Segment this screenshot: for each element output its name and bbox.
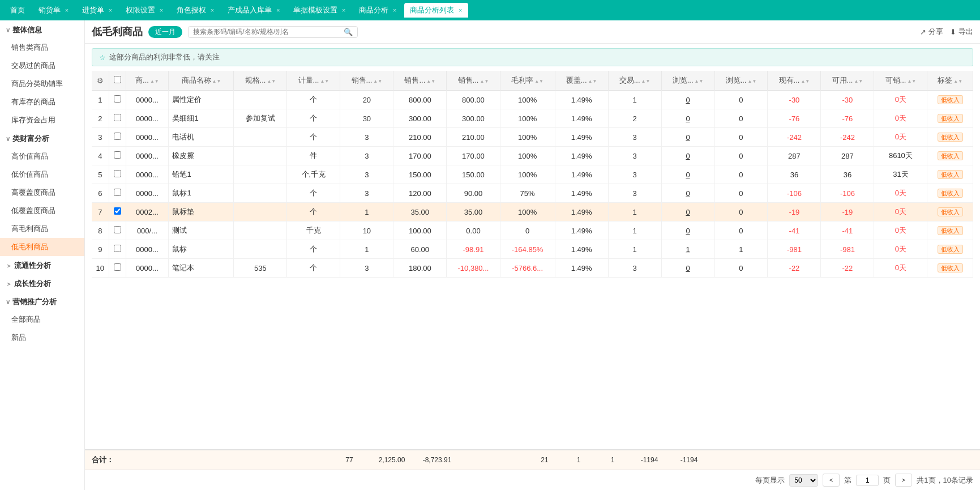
row-select-checkbox[interactable] [114,245,121,252]
row-saleable: 0天 [874,128,927,147]
close-icon[interactable]: × [65,7,69,14]
row-views1[interactable]: 0 [661,91,714,109]
row-spec [234,221,287,240]
row-checkbox[interactable] [109,91,126,109]
row-views1[interactable]: 0 [661,165,714,184]
search-icon[interactable]: 🔍 [344,28,353,36]
row-checkbox[interactable] [109,165,126,184]
nav-sales-order[interactable]: 销货单 × [33,3,74,18]
sidebar-item-low-value[interactable]: 低价值商品 [0,165,84,184]
close-icon[interactable]: × [160,7,163,14]
row-checkbox[interactable] [109,128,126,147]
row-tag: 低收入 [927,184,973,203]
per-page-select[interactable]: 50 20 100 [789,474,818,487]
sidebar-group-marketing[interactable]: ∨ 营销推广分析 [0,292,84,310]
sidebar-item-low-margin[interactable]: 低毛利商品 [0,238,84,256]
row-checkbox[interactable] [109,147,126,165]
sidebar-item-sales-products[interactable]: 销售类商品 [0,39,84,57]
row-select-checkbox[interactable] [114,133,121,140]
sidebar-item-high-coverage[interactable]: 高覆盖度商品 [0,184,84,202]
tag-badge: 低收入 [938,95,963,104]
nav-permission-settings[interactable]: 权限设置 × [120,3,169,18]
close-icon[interactable]: × [342,7,345,14]
sidebar-item-all-products[interactable]: 全部商品 [0,310,84,329]
sidebar-item-traded-products[interactable]: 交易过的商品 [0,57,84,75]
row-views1[interactable]: 0 [661,109,714,128]
row-views1[interactable]: 0 [661,128,714,147]
search-input[interactable] [193,28,344,36]
close-icon[interactable]: × [393,7,396,14]
row-sales-amount: -10,380... [447,259,500,278]
col-checkbox[interactable] [109,71,126,91]
prev-page-button[interactable]: ＜ [823,474,840,487]
sidebar-item-stock-capital[interactable]: 库存资金占用 [0,111,84,129]
row-transactions: 3 [608,147,661,165]
sidebar-item-in-stock[interactable]: 有库存的商品 [0,93,84,111]
row-select-checkbox[interactable] [114,114,121,121]
next-page-button[interactable]: ＞ [895,474,912,487]
row-views1[interactable]: 1 [661,240,714,259]
sidebar-item-low-coverage[interactable]: 低覆盖度商品 [0,202,84,220]
row-coverage: 1.49% [555,147,608,165]
row-views1[interactable]: 0 [661,184,714,203]
row-select-checkbox[interactable] [114,263,121,271]
sidebar-item-category-assist[interactable]: 商品分类助销率 [0,75,84,93]
row-select-checkbox[interactable] [114,151,121,159]
row-select-checkbox[interactable] [114,226,121,233]
row-sales-qty: 3 [340,259,393,278]
nav-template-settings[interactable]: 单据模板设置 × [288,3,351,18]
sidebar-group-growth[interactable]: ＞ 成长性分析 [0,274,84,292]
row-unit: 个 [287,203,340,221]
page-input[interactable] [856,475,879,486]
row-checkbox[interactable] [109,203,126,221]
row-select-checkbox[interactable] [114,170,121,177]
row-views1[interactable]: 0 [661,147,714,165]
col-unit: 计量...▲▼ [287,71,340,91]
sidebar-item-new-products[interactable]: 新品 [0,329,84,347]
export-button[interactable]: ⬇ 导出 [950,27,973,37]
row-gross-margin: 0 [500,221,555,240]
share-button[interactable]: ↗ 分享 [920,27,943,37]
row-checkbox[interactable] [109,109,126,128]
sidebar-group-circulation[interactable]: ＞ 流通性分析 [0,256,84,274]
row-views1[interactable]: 0 [661,203,714,221]
row-select-checkbox[interactable] [114,189,121,196]
footer-saleable [709,455,743,465]
row-checkbox[interactable] [109,259,126,278]
row-select-checkbox[interactable] [114,95,121,103]
row-available: 287 [821,147,874,165]
table-row: 6 0000... 鼠标1 个 3 120.00 90.00 75% 1.49%… [92,184,973,203]
row-select-checkbox[interactable] [114,207,121,215]
row-views1[interactable]: 0 [661,259,714,278]
nav-home[interactable]: 首页 [5,3,31,18]
nav-product-analysis[interactable]: 商品分析 × [353,3,402,18]
sidebar-group-overall[interactable]: ∨ 整体信息 [0,20,84,39]
date-filter-button[interactable]: 近一月 [148,26,182,38]
sort-icons: ▲▼ [801,79,810,84]
row-coverage: 1.49% [555,259,608,278]
nav-product-entry[interactable]: 产成品入库单 × [222,3,285,18]
row-code: 0000... [126,165,169,184]
row-views2: 0 [714,259,768,278]
table-row: 9 0000... 鼠标 个 1 60.00 -98.91 -164.85% 1… [92,240,973,259]
row-checkbox[interactable] [109,240,126,259]
footer-cells: 77 2,125.00 -8,723.91 21 1 1 -1194 -1194 [126,455,973,465]
close-icon[interactable]: × [109,7,112,14]
nav-product-analysis-list[interactable]: 商品分析列表 × [404,3,468,18]
nav-purchase-order[interactable]: 进货单 × [76,3,118,18]
row-sales-qty: 3 [340,184,393,203]
sidebar-item-high-value[interactable]: 高价值商品 [0,147,84,165]
row-views1[interactable]: 0 [661,221,714,240]
select-all-checkbox[interactable] [114,76,121,83]
sidebar-group-wealth[interactable]: ∨ 类财富分析 [0,129,84,147]
row-checkbox[interactable] [109,184,126,203]
settings-icon[interactable]: ⚙ [97,76,104,85]
col-tag: 标签▲▼ [927,71,973,91]
close-icon[interactable]: × [276,7,280,14]
sidebar-item-high-margin[interactable]: 高毛利商品 [0,220,84,238]
col-settings[interactable]: ⚙ [92,71,109,91]
row-checkbox[interactable] [109,221,126,240]
close-icon[interactable]: × [211,7,214,14]
nav-role-auth[interactable]: 角色授权 × [171,3,220,18]
close-icon[interactable]: × [459,7,462,14]
